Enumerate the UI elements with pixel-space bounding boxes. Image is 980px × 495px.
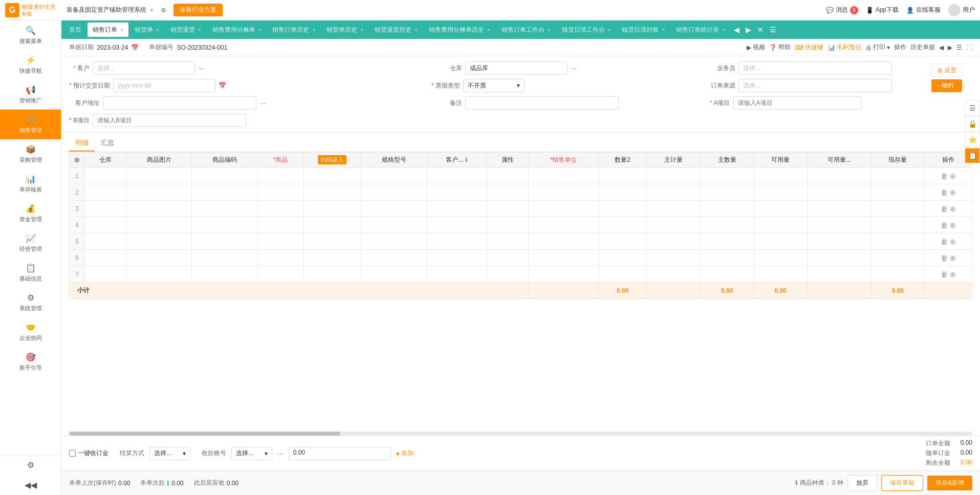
sidebar-item-sales[interactable]: 🛒 销售管理	[0, 110, 61, 139]
row-2-spec[interactable]	[361, 184, 427, 201]
tab-sales-invoice-history[interactable]: 销货单历史 ×	[321, 23, 368, 37]
row-4-delete-btn[interactable]: 🗑	[941, 221, 948, 229]
row-1-image[interactable]	[126, 168, 191, 184]
row-2-delete-btn[interactable]: 🗑	[941, 188, 948, 197]
tab-close-expense-history[interactable]: ×	[487, 27, 490, 33]
customer-addr-input[interactable]	[103, 96, 256, 110]
row-3-copy-btn[interactable]: ⊕	[950, 205, 956, 213]
shortcut-btn[interactable]: ⌨ 快捷键	[795, 43, 823, 52]
tab-close-cash-workbench[interactable]: ×	[608, 27, 611, 33]
user-area[interactable]: 用户	[948, 4, 975, 16]
view-btn[interactable]: ▶ 视频	[747, 43, 765, 52]
tab-summary[interactable]: 汇总	[95, 135, 120, 152]
tab-close-sales-order-history[interactable]: ×	[312, 27, 315, 33]
row-6-delete-btn[interactable]: 🗑	[941, 254, 948, 262]
profit-btn[interactable]: 📊 毛利预估	[827, 43, 861, 52]
view-toggle-btn[interactable]: ☰	[956, 44, 962, 51]
delivery-date-input[interactable]: yyyy-mm-dd	[113, 79, 215, 92]
tab-close-sales-order[interactable]: ×	[120, 27, 123, 33]
row-1-stock[interactable]	[871, 168, 925, 184]
customer-more-btn[interactable]: ···	[198, 64, 204, 72]
tab-close-sales-expense[interactable]: ×	[258, 27, 262, 33]
sidebar-item-basic[interactable]: 📋 基础信息	[0, 258, 61, 288]
invoice-type-select[interactable]: 不开票 ▾	[463, 79, 525, 92]
settings-icon[interactable]: ⚙	[157, 4, 169, 16]
tab-close-sales-return[interactable]: ×	[198, 27, 201, 33]
one-click-checkbox[interactable]	[69, 450, 76, 457]
one-click-payment-checkbox[interactable]: 一键收订金	[69, 449, 108, 458]
save-new-button[interactable]: 保存&新增	[927, 476, 972, 490]
tab-cash-reconcile[interactable]: 钱货日清对账 ×	[617, 23, 670, 37]
row-1-avail[interactable]	[754, 168, 808, 184]
row-2-scan[interactable]	[303, 184, 361, 201]
float-btn-1[interactable]: ☰	[965, 100, 980, 116]
row-2-product[interactable]	[257, 184, 303, 201]
row-3-delete-btn[interactable]: 🗑	[941, 205, 948, 213]
row-1-avail2[interactable]	[808, 168, 871, 184]
sidebar-item-collapse[interactable]: ◀◀	[0, 475, 61, 495]
help-btn[interactable]: ❓ 帮助	[769, 43, 791, 52]
payment-amount[interactable]: 0.00	[289, 447, 391, 460]
sidebar-item-purchase[interactable]: 📦 采购管理	[0, 139, 61, 169]
add-payment-btn[interactable]: ● 添加	[396, 449, 413, 458]
tab-nav-next[interactable]: ▶	[743, 26, 754, 34]
tab-sales-workbench[interactable]: 销售订单工作台 ×	[496, 23, 556, 37]
settings-panel-btn[interactable]: ⚙ 设置	[931, 63, 962, 77]
tab-nav-prev[interactable]: ◀	[731, 26, 742, 34]
salesman-input[interactable]: 选择...	[738, 61, 892, 75]
row-1-warehouse[interactable]	[85, 168, 126, 184]
row-1-code[interactable]	[192, 168, 257, 184]
trial-button[interactable]: 体验行业方案	[173, 4, 223, 16]
remark-input[interactable]	[465, 96, 619, 110]
float-btn-2[interactable]: 🔒	[965, 116, 980, 132]
delivery-calendar-icon[interactable]: 📅	[219, 82, 226, 89]
tab-close-cash-reconcile[interactable]: ×	[662, 27, 665, 33]
row-2-qty2[interactable]	[599, 184, 647, 201]
addr-more-btn[interactable]: ···	[259, 99, 266, 107]
row-5-copy-btn[interactable]: ⊕	[950, 238, 956, 246]
row-2-customer[interactable]	[427, 184, 487, 201]
history-btn[interactable]: 历史单据	[910, 43, 935, 52]
sidebar-item-marketing[interactable]: 📢 营销推广	[0, 80, 61, 110]
sidebar-item-system[interactable]: ⚙ 系统管理	[0, 288, 61, 317]
sidebar-item-quicknav[interactable]: ⚡ 快捷导航	[0, 50, 61, 80]
row-2-mainqty[interactable]	[700, 184, 754, 201]
tab-sales-stats[interactable]: 销售订单统计表 ×	[671, 23, 730, 37]
row-2-avail2[interactable]	[808, 184, 871, 201]
tab-sales-return[interactable]: 销货退货 ×	[165, 23, 206, 37]
sidebar-item-enterprise[interactable]: 🤝 企业协同	[0, 317, 61, 347]
tab-sales-invoice[interactable]: 销货单 ×	[129, 23, 164, 37]
col-settings[interactable]: ⚙	[70, 153, 85, 168]
sidebar-item-newbie[interactable]: 🎯 新手引导	[0, 347, 61, 377]
tab-close-sales-workbench[interactable]: ×	[548, 27, 551, 33]
float-btn-4[interactable]: 📋	[965, 148, 980, 163]
row-2-warehouse[interactable]	[85, 184, 126, 201]
tab-return-history[interactable]: 销货退货历史 ×	[369, 23, 423, 37]
row-1-scan[interactable]	[303, 168, 361, 184]
tab-nav-menu[interactable]: ☰	[767, 26, 779, 34]
row-5-delete-btn[interactable]: 🗑	[941, 238, 948, 246]
fullscreen-btn[interactable]: ⛶	[966, 44, 972, 51]
row-1-delete-btn[interactable]: 🗑	[941, 172, 948, 180]
float-btn-3[interactable]: ⭐	[965, 132, 980, 147]
tab-sales-order[interactable]: 销售订单 ×	[88, 23, 128, 37]
row-6-copy-btn[interactable]: ⊕	[950, 254, 956, 262]
row-1-copy-btn[interactable]: ⊕	[950, 172, 956, 180]
project-b-input[interactable]	[93, 114, 246, 127]
system-dropdown-arrow[interactable]: ▾	[150, 7, 153, 13]
row-7-delete-btn[interactable]: 🗑	[941, 270, 948, 278]
tab-close-sales-invoice[interactable]: ×	[156, 27, 159, 33]
calendar-icon[interactable]: 📅	[131, 44, 139, 51]
row-1-qty2[interactable]	[599, 168, 647, 184]
sidebar-item-operation[interactable]: 📈 经营管理	[0, 228, 61, 258]
tab-cash-workbench[interactable]: 钱货日清工作台 ×	[557, 23, 616, 37]
sidebar-item-finance[interactable]: 💰 资金管理	[0, 199, 61, 228]
row-2-image[interactable]	[126, 184, 191, 201]
tab-nav-close[interactable]: ✕	[755, 26, 766, 34]
project-a-input[interactable]	[733, 96, 861, 110]
row-2-avail[interactable]	[754, 184, 808, 201]
row-1-mainqty[interactable]	[700, 168, 754, 184]
row-1-customer[interactable]	[427, 168, 487, 184]
row-1-spec[interactable]	[361, 168, 427, 184]
tab-expense-history[interactable]: 销售费用分摊单历史 ×	[424, 23, 495, 37]
